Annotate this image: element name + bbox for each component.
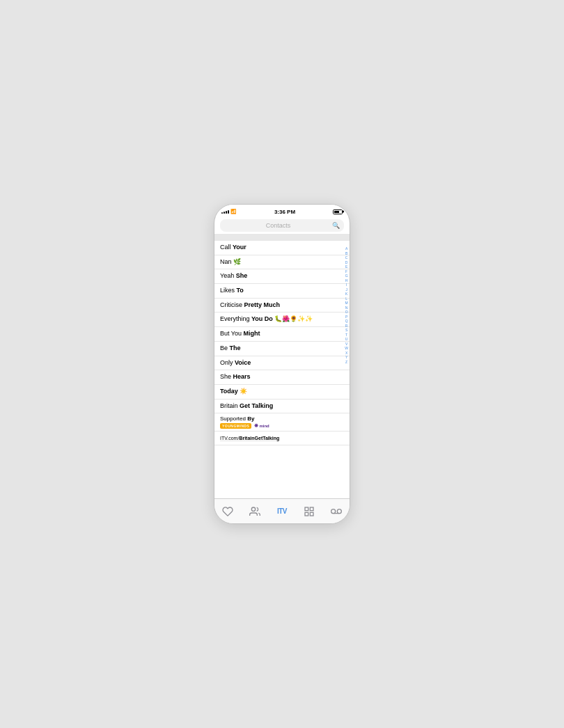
contact-name: Yeah She — [220, 272, 247, 280]
status-bar: 📶 3:36 PM — [214, 205, 350, 217]
list-item[interactable]: Be The — [214, 342, 350, 356]
list-item[interactable]: Criticise Pretty Much — [214, 299, 350, 313]
contact-name: Britain Get Talking — [220, 402, 273, 411]
svg-point-5 — [331, 509, 335, 513]
svg-point-6 — [337, 509, 341, 513]
mind-logo: ❋ mind — [254, 423, 269, 429]
list-item[interactable]: But You Might — [214, 327, 350, 342]
list-item[interactable]: Yeah She — [214, 269, 350, 284]
contact-name: Likes To — [220, 287, 244, 295]
signal-icon — [221, 210, 229, 214]
alpha-Z[interactable]: Z — [345, 360, 347, 365]
status-right — [333, 209, 343, 214]
search-icon[interactable]: 🔍 — [332, 222, 340, 229]
contact-name: But You Might — [220, 330, 260, 338]
nav-favorites[interactable] — [215, 501, 240, 522]
list-item[interactable]: Nan 🌿 — [214, 255, 350, 270]
svg-rect-1 — [305, 507, 308, 511]
battery-icon — [333, 209, 343, 214]
status-time: 3:36 PM — [274, 209, 295, 215]
youngminds-logo: YoungMinds — [220, 423, 251, 429]
itv-url-row[interactable]: ITV.com/BritainGetTalking — [214, 432, 350, 445]
contact-name: Only Voice — [220, 359, 251, 367]
list-item[interactable]: Today ☀️ — [214, 385, 350, 399]
list-item[interactable]: Call Your — [214, 241, 350, 255]
list-item[interactable]: She Hears — [214, 370, 350, 385]
contacts-list: Call Your Nan 🌿 Yeah She Likes To Critic… — [214, 241, 350, 498]
svg-rect-3 — [310, 512, 313, 516]
status-left: 📶 — [221, 209, 237, 214]
svg-rect-4 — [305, 512, 308, 516]
contact-name: Today ☀️ — [220, 388, 247, 396]
voicemail-icon — [331, 506, 342, 517]
alphabet-sidebar[interactable]: A B C D E F G H I J K L M N O P Q R S T … — [345, 246, 348, 489]
group-icon — [249, 506, 260, 517]
supported-text: Supported By — [220, 416, 254, 422]
svg-point-0 — [252, 507, 256, 511]
contact-name: Nan 🌿 — [220, 258, 241, 267]
bottom-nav: ITV — [214, 498, 350, 523]
contact-name: Be The — [220, 345, 241, 353]
supported-row: Supported By YoungMinds ❋ mind — [214, 413, 350, 432]
mind-flower-icon: ❋ — [254, 423, 258, 429]
search-placeholder: Contacts — [224, 222, 332, 229]
grid-icon — [304, 506, 315, 517]
contact-name: Call Your — [220, 244, 246, 252]
list-item[interactable]: Only Voice — [214, 356, 350, 371]
list-item[interactable]: Likes To — [214, 284, 350, 299]
list-item[interactable]: Everything You Do 🐛🌺🌻✨✨ — [214, 312, 350, 327]
list-item[interactable]: Britain Get Talking — [214, 399, 350, 414]
itv-logo-text: ITV — [277, 507, 287, 515]
nav-grid[interactable] — [297, 501, 322, 522]
contact-name: She Hears — [220, 373, 251, 381]
separator — [214, 234, 350, 241]
svg-rect-2 — [310, 507, 313, 511]
itv-url-text: ITV.com/BritainGetTalking — [220, 436, 279, 441]
nav-contacts[interactable] — [242, 501, 267, 522]
contact-name: Criticise Pretty Much — [220, 301, 280, 310]
heart-icon — [222, 506, 233, 517]
contact-name: Everything You Do 🐛🌺🌻✨✨ — [220, 315, 313, 324]
nav-itv[interactable]: ITV — [269, 501, 295, 522]
phone-frame: 📶 3:36 PM Contacts 🔍 A B C D E F G H I J… — [214, 204, 350, 524]
nav-voicemail[interactable] — [324, 501, 349, 522]
search-bar[interactable]: Contacts 🔍 — [220, 219, 344, 232]
logos-row: YoungMinds ❋ mind — [220, 423, 269, 429]
mind-text: mind — [259, 424, 269, 428]
wifi-icon: 📶 — [230, 209, 237, 214]
